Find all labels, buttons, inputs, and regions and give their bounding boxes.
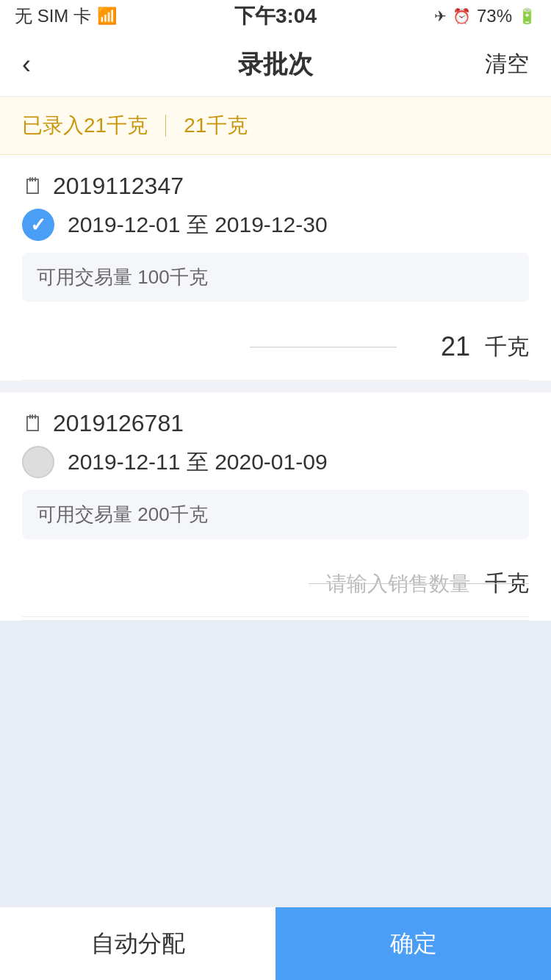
batch-item-2: 🗒 2019126781 2019-12-11 至 2020-01-09 可用交… (0, 392, 551, 621)
batch-1-date-row: ✓ 2019-12-01 至 2019-12-30 (22, 209, 529, 241)
wifi-icon: 📶 (97, 7, 117, 26)
summary-divider (165, 115, 166, 137)
nav-bar: ‹ 录批次 清空 (0, 32, 551, 97)
batch-2-quantity-row: 请输入销售数量 千克 (22, 554, 529, 617)
recorded-label: 已录入21千克 (22, 112, 148, 140)
status-bar: 无 SIM 卡 📶 下午3:04 ✈ ⏰ 73% 🔋 (0, 0, 551, 32)
auto-distribute-button[interactable]: 自动分配 (0, 907, 276, 980)
summary-amount: 21千克 (184, 112, 248, 140)
no-sim-text: 无 SIM 卡 (15, 4, 91, 28)
back-button[interactable]: ‹ (22, 49, 66, 80)
batch-2-date-row: 2019-12-11 至 2020-01-09 (22, 446, 529, 478)
section-divider (0, 381, 551, 392)
batch-2-header: 🗒 2019126781 (22, 410, 529, 437)
page-title: 录批次 (238, 48, 313, 82)
batch-1-quantity-input[interactable] (411, 331, 470, 362)
batch-2-checkbox[interactable] (22, 446, 54, 478)
battery-text: 73% (477, 6, 512, 26)
batch-1-date: 2019-12-01 至 2019-12-30 (68, 210, 328, 240)
batch-1-icon: 🗒 (22, 174, 44, 199)
battery-icon: 🔋 (518, 7, 536, 25)
batch-1-available: 可用交易量 100千克 (22, 253, 529, 302)
summary-banner: 已录入21千克 21千克 (0, 97, 551, 155)
confirm-button[interactable]: 确定 (276, 907, 551, 980)
batch-1-header: 🗒 2019112347 (22, 173, 529, 200)
status-bar-time: 下午3:04 (234, 2, 317, 30)
empty-area (0, 621, 551, 915)
batch-1-quantity-row: 千克 (22, 317, 529, 381)
batch-2-id: 2019126781 (53, 410, 184, 437)
clear-button[interactable]: 清空 (485, 49, 529, 79)
quantity-underline (250, 347, 397, 347)
batch-1-id: 2019112347 (53, 173, 184, 200)
quantity-underline-2 (309, 583, 529, 584)
location-icon: ✈ (434, 7, 447, 25)
batch-1-unit: 千克 (485, 332, 529, 362)
bottom-bar: 自动分配 确定 (0, 907, 551, 980)
batch-2-available: 可用交易量 200千克 (22, 490, 529, 539)
batch-item-1: 🗒 2019112347 ✓ 2019-12-01 至 2019-12-30 可… (0, 155, 551, 381)
status-bar-left: 无 SIM 卡 📶 (15, 4, 117, 28)
check-mark-icon: ✓ (30, 214, 46, 237)
batch-2-date: 2019-12-11 至 2020-01-09 (68, 447, 328, 478)
alarm-icon: ⏰ (453, 7, 471, 25)
batch-1-checkbox[interactable]: ✓ (22, 209, 54, 241)
status-bar-right: ✈ ⏰ 73% 🔋 (434, 6, 536, 26)
batch-2-icon: 🗒 (22, 411, 44, 436)
